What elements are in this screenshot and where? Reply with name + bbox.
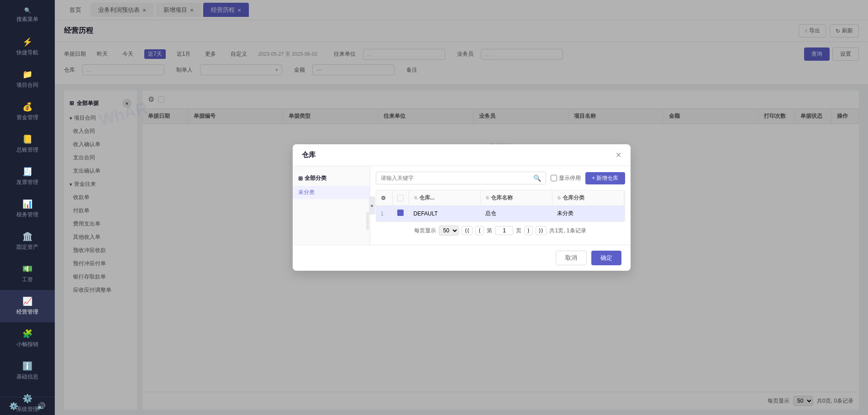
modal-next-page[interactable]: ⟩ <box>524 226 533 235</box>
sort-name-icon: ⇅ <box>485 195 489 200</box>
sort-asc-icon: ⇅ <box>414 195 417 200</box>
row-category-cell: 未分类 <box>552 206 624 221</box>
modal-per-page-select[interactable]: 50 <box>439 226 459 236</box>
flash-icon: ⚡ <box>22 37 32 47</box>
modal-table: ⚙ ⇅ 仓库... ⇅ 仓库名称 <box>376 190 625 222</box>
modal-left-header: ⊞ 全部分类 <box>293 171 370 186</box>
sort-cat-icon: ⇅ <box>557 195 561 200</box>
modal-category-unclassified[interactable]: 未分类 <box>293 186 370 199</box>
grid-icon-modal: ⊞ <box>298 175 303 182</box>
modal-pagination: 每页显示 50 ⟨⟨ ⟨ 第 页 ⟩ ⟩⟩ 共1页, 1条记录 <box>376 222 625 239</box>
sidebar-item-basic[interactable]: ℹ️ 基础信息 <box>0 355 55 387</box>
modal-table-header: ⚙ ⇅ 仓库... ⇅ 仓库名称 <box>376 190 625 206</box>
row-setting-cell: 1 <box>376 207 393 221</box>
modal-cancel-button[interactable]: 取消 <box>556 251 587 265</box>
modal-left-panel: ⊞ 全部分类 未分类 « <box>293 166 370 245</box>
sidebar-item-ledger[interactable]: 📒 总账管理 <box>0 128 55 160</box>
sidebar-item-quicknav[interactable]: ⚡ 快捷导航 <box>0 31 55 63</box>
modal-col-category[interactable]: ⇅ 仓库分类 <box>552 190 624 205</box>
row-checkbox-cell[interactable] <box>393 206 409 221</box>
sidebar-item-search[interactable]: 🔍 搜索菜单 <box>0 0 55 31</box>
salary-icon: 💵 <box>22 264 32 274</box>
modal-table-row[interactable]: 1 DEFAULT 总仓 未分类 <box>376 206 625 221</box>
search-icon: 🔍 <box>24 7 31 14</box>
ledger-icon: 📒 <box>22 134 32 144</box>
modal-close-button[interactable]: ✕ <box>615 151 621 159</box>
modal-confirm-button[interactable]: 确定 <box>591 251 621 265</box>
money-icon: 💰 <box>22 102 32 112</box>
modal-overlay: 仓库 ✕ ⊞ 全部分类 未分类 « <box>55 0 868 415</box>
modal-footer: 取消 确定 <box>293 245 631 271</box>
modal-last-page[interactable]: ⟩⟩ <box>536 226 547 235</box>
sidebar-item-project[interactable]: 📁 项目合同 <box>0 63 55 95</box>
modal-title: 仓库 <box>302 151 316 159</box>
modal-header: 仓库 ✕ <box>293 144 631 166</box>
modal-col-checkbox <box>393 190 409 205</box>
settings-col-icon: ⚙ <box>381 195 386 201</box>
sidebar-item-assets[interactable]: 🏛️ 固定资产 <box>0 225 55 257</box>
sidebar: 🔍 搜索菜单 ⚡ 快捷导航 📁 项目合同 💰 资金管理 📒 总账管理 🧾 发票管… <box>0 0 55 415</box>
sidebar-item-invoice[interactable]: 🧾 发票管理 <box>0 160 55 193</box>
modal-body: ⊞ 全部分类 未分类 « 🔍 <box>293 166 631 245</box>
sidebar-item-tax[interactable]: 📊 税务管理 <box>0 193 55 225</box>
modal-prev-page[interactable]: ⟨ <box>475 226 484 235</box>
modal-search-box[interactable]: 🔍 <box>376 172 547 184</box>
modal-col-setting: ⚙ <box>376 190 393 205</box>
volume-icon[interactable]: 🔊 <box>37 402 46 410</box>
row-code-cell: DEFAULT <box>409 207 481 221</box>
folder-icon: 📁 <box>22 69 32 79</box>
tax-icon: 📊 <box>22 199 32 209</box>
modal-col-code[interactable]: ⇅ 仓库... <box>409 190 481 205</box>
assets-icon: 🏛️ <box>22 231 32 242</box>
invoice-icon: 🧾 <box>22 167 32 177</box>
sidebar-item-ops[interactable]: 📈 经营管理 <box>0 290 55 322</box>
modal-right-panel: 🔍 显示停用 + 新增仓库 ⚙ <box>370 166 631 245</box>
show-disabled-toggle[interactable]: 显示停用 <box>551 174 581 182</box>
sidebar-item-finance[interactable]: 💰 资金管理 <box>0 95 55 128</box>
modal-page-input[interactable] <box>495 226 513 235</box>
scroll-indicator <box>366 212 369 230</box>
sidebar-bottom: ⚙️ 🔊 <box>0 397 55 415</box>
panel-collapse-btn[interactable]: « <box>369 196 375 215</box>
modal-col-name[interactable]: ⇅ 仓库名称 <box>481 190 552 205</box>
row-name-cell: 总仓 <box>481 206 552 221</box>
sidebar-item-salary[interactable]: 💵 工资 <box>0 257 55 290</box>
show-disabled-checkbox[interactable] <box>551 175 557 181</box>
sidebar-item-marketing[interactable]: 🧩 小畅报销 <box>0 322 55 355</box>
modal-search-row: 🔍 显示停用 + 新增仓库 <box>376 172 625 184</box>
add-warehouse-button[interactable]: + 新增仓库 <box>585 172 625 184</box>
basic-icon: ℹ️ <box>22 361 32 371</box>
modal-first-page[interactable]: ⟨⟨ <box>462 226 473 235</box>
header-checkbox[interactable] <box>397 195 404 201</box>
warehouse-modal: 仓库 ✕ ⊞ 全部分类 未分类 « <box>293 144 631 271</box>
settings-icon[interactable]: ⚙️ <box>9 402 18 410</box>
modal-search-input[interactable] <box>381 175 531 181</box>
modal-table-body: 1 DEFAULT 总仓 未分类 <box>376 206 625 221</box>
marketing-icon: 🧩 <box>22 329 32 339</box>
ops-icon: 📈 <box>22 296 32 306</box>
modal-search-icon: 🔍 <box>533 174 541 182</box>
